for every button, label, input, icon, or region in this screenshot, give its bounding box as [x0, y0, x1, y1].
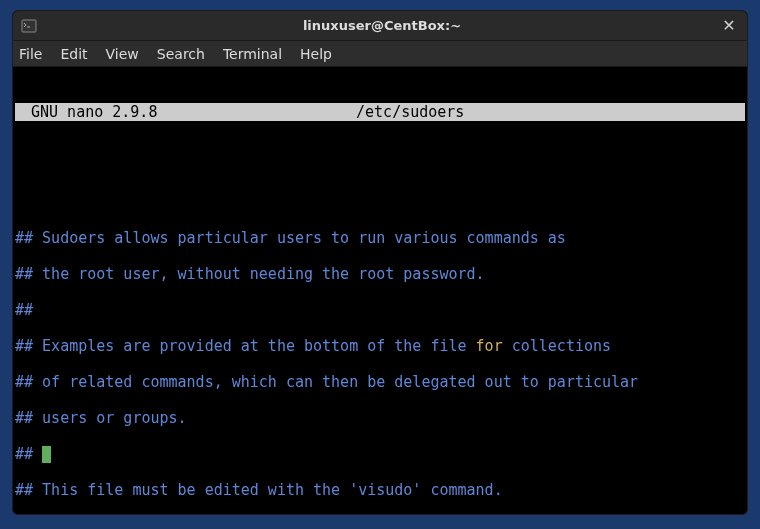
comment-line: ## of related commands, which can then b…	[15, 373, 638, 391]
close-button[interactable]: ✕	[719, 18, 739, 34]
menubar: File Edit View Search Terminal Help	[13, 41, 747, 67]
terminal-area[interactable]: GNU nano 2.9.8 /etc/sudoers ## Sudoers a…	[13, 67, 747, 514]
comment-line: ##	[15, 301, 33, 319]
terminal-window: linuxuser@CentBox:~ ✕ File Edit View Sea…	[12, 10, 748, 515]
terminal-icon	[21, 18, 37, 34]
menu-edit[interactable]: Edit	[60, 46, 87, 62]
titlebar: linuxuser@CentBox:~ ✕	[13, 11, 747, 41]
keyword: for	[476, 337, 503, 355]
comment-line: ## This file must be edited with the 'vi…	[15, 481, 503, 499]
menu-help[interactable]: Help	[300, 46, 332, 62]
window-title: linuxuser@CentBox:~	[45, 18, 719, 33]
comment-line: ##	[15, 445, 42, 463]
menu-terminal[interactable]: Terminal	[223, 46, 282, 62]
comment-line: ## the root user, without needing the ro…	[15, 265, 485, 283]
comment-line: ## Sudoers allows particular users to ru…	[15, 229, 566, 247]
comment-line: ## Examples are provided at the bottom o…	[15, 337, 476, 355]
cursor	[42, 446, 51, 463]
menu-search[interactable]: Search	[157, 46, 205, 62]
editor-content: ## Sudoers allows particular users to ru…	[15, 211, 745, 514]
svg-rect-0	[22, 20, 36, 32]
nano-header: GNU nano 2.9.8 /etc/sudoers	[15, 103, 745, 121]
nano-program: GNU nano 2.9.8	[17, 103, 157, 121]
menu-file[interactable]: File	[19, 46, 42, 62]
nano-filename: /etc/sudoers	[157, 103, 743, 121]
comment-line: ## users or groups.	[15, 409, 187, 427]
comment-line: collections	[503, 337, 611, 355]
menu-view[interactable]: View	[106, 46, 139, 62]
